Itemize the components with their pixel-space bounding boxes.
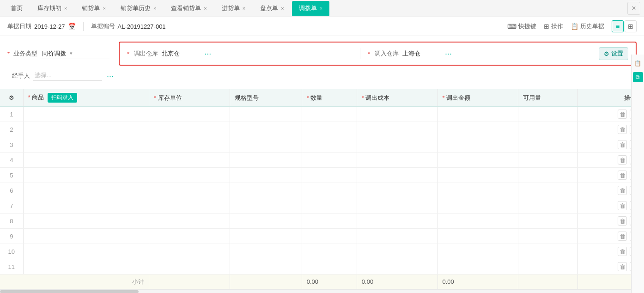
calendar-icon[interactable]: 📅 [68,23,76,30]
tab-sales-order[interactable]: 销货单 × [75,1,112,16]
row-cost[interactable] [357,122,437,137]
row-amount[interactable] [437,259,518,275]
column-settings[interactable]: ⚙ [0,89,23,107]
shortcut-action[interactable]: ⌨ 快捷键 [507,22,536,31]
row-product[interactable] [23,153,149,168]
delete-row-button[interactable]: 🗑 [618,140,627,149]
handler-more[interactable]: ··· [107,72,114,80]
delete-row-button[interactable]: 🗑 [618,232,627,241]
row-spec[interactable] [230,214,302,229]
delete-row-button[interactable]: 🗑 [618,201,627,210]
row-cost[interactable] [357,259,437,275]
tab-close-transfer[interactable]: × [320,6,322,11]
tab-home[interactable]: 首页 [4,1,30,16]
row-product[interactable] [23,259,149,275]
handler-select[interactable]: 选择... [33,70,102,81]
tab-sales-history[interactable]: 销货单历史 × [114,1,163,16]
tab-close-view-sales[interactable]: × [204,6,207,11]
row-amount[interactable] [437,153,518,168]
row-product[interactable] [23,168,149,183]
row-unit[interactable] [149,214,230,229]
warehouse-out-more[interactable]: ··· [204,49,211,58]
row-cost[interactable] [357,198,437,214]
history-action[interactable]: 📋 历史单据 [571,22,604,31]
row-spec[interactable] [230,168,302,183]
row-amount[interactable] [437,168,518,183]
row-available[interactable] [518,168,577,183]
delete-row-button[interactable]: 🗑 [618,155,627,165]
row-product[interactable] [23,122,149,137]
row-qty[interactable] [302,229,357,244]
tab-close-sales-history[interactable]: × [153,6,156,11]
row-available[interactable] [518,198,577,214]
row-cost[interactable] [357,168,437,183]
settings-button[interactable]: ⚙ 设置 [599,47,628,60]
row-amount[interactable] [437,214,518,229]
row-cost[interactable] [357,183,437,198]
row-unit[interactable] [149,198,230,214]
business-type-select[interactable]: 同价调拨 ▾ [40,49,109,59]
row-unit[interactable] [149,259,230,275]
sidebar-link-icon[interactable]: ⧉ [633,72,643,82]
row-cost[interactable] [357,153,437,168]
scan-button[interactable]: 扫码录入 [48,93,77,103]
operation-action[interactable]: ⊞ 操作 [544,22,563,31]
row-unit[interactable] [149,244,230,259]
row-cost[interactable] [357,229,437,244]
row-available[interactable] [518,137,577,153]
row-qty[interactable] [302,259,357,275]
row-cost[interactable] [357,244,437,259]
row-available[interactable] [518,244,577,259]
delete-row-button[interactable]: 🗑 [618,247,627,256]
row-cost[interactable] [357,107,437,122]
row-spec[interactable] [230,244,302,259]
row-available[interactable] [518,214,577,229]
row-available[interactable] [518,122,577,137]
row-product[interactable] [23,107,149,122]
row-spec[interactable] [230,198,302,214]
row-qty[interactable] [302,183,357,198]
delete-row-button[interactable]: 🗑 [618,262,627,271]
row-spec[interactable] [230,153,302,168]
row-qty[interactable] [302,137,357,153]
delete-row-button[interactable]: 🗑 [618,186,627,195]
row-qty[interactable] [302,198,357,214]
row-amount[interactable] [437,229,518,244]
tab-purchase[interactable]: 进货单 × [215,1,252,16]
tab-close-purchase[interactable]: × [243,6,245,11]
row-unit[interactable] [149,122,230,137]
row-cost[interactable] [357,214,437,229]
list-view-button[interactable]: ≡ [612,20,624,32]
row-product[interactable] [23,183,149,198]
row-amount[interactable] [437,198,518,214]
row-amount[interactable] [437,183,518,198]
tab-transfer[interactable]: 调拨单 × [292,1,329,16]
row-qty[interactable] [302,153,357,168]
row-product[interactable] [23,198,149,214]
row-qty[interactable] [302,107,357,122]
row-unit[interactable] [149,137,230,153]
row-available[interactable] [518,153,577,168]
delete-row-button[interactable]: 🗑 [618,216,627,226]
delete-row-button[interactable]: 🗑 [618,110,627,119]
row-cost[interactable] [357,137,437,153]
window-close-button[interactable]: × [627,2,640,15]
row-spec[interactable] [230,229,302,244]
row-product[interactable] [23,137,149,153]
grid-view-button[interactable]: ⊞ [625,20,637,32]
tab-close-inventory-init[interactable]: × [64,6,67,11]
tab-inventory-init[interactable]: 库存期初 × [30,1,74,16]
delete-row-button[interactable]: 🗑 [618,171,627,180]
delete-row-button[interactable]: 🗑 [618,125,627,134]
row-unit[interactable] [149,168,230,183]
row-unit[interactable] [149,153,230,168]
row-available[interactable] [518,229,577,244]
row-available[interactable] [518,259,577,275]
row-product[interactable] [23,229,149,244]
row-spec[interactable] [230,137,302,153]
row-amount[interactable] [437,244,518,259]
tab-close-stocktake[interactable]: × [281,6,284,11]
row-amount[interactable] [437,137,518,153]
sidebar-notes-icon[interactable]: 📋 [633,58,643,68]
horizontal-scrollbar[interactable] [0,289,644,293]
